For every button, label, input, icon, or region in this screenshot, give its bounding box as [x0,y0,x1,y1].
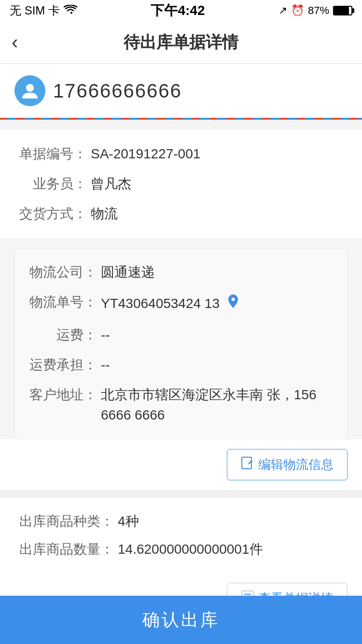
freight-label: 运费： [29,325,97,345]
salesman-value: 曾凡杰 [91,174,343,194]
delivery-value: 物流 [91,204,343,224]
freight-bearer-value: -- [101,355,333,375]
goods-types-value: 4种 [118,512,139,531]
logistics-tracking-value: YT43064053424 13 [101,292,333,315]
freight-row: 运费： -- [29,325,333,345]
status-time: 下午4:42 [151,1,205,20]
goods-types-row: 出库商品种类： 4种 [19,512,343,531]
confirm-btn-container: 确认出库 [0,596,362,644]
goods-quantity-row: 出库商品数量： 14.620000000000001件 [19,540,343,559]
address-label: 客户地址： [29,385,97,405]
svg-point-1 [232,298,235,301]
nav-bar: ‹ 待出库单据详情 [0,21,362,64]
order-no-row: 单据编号： SA-20191227-001 [19,144,343,164]
delivery-label: 交货方式： [19,204,87,224]
user-icon [20,81,40,100]
customer-phone: 17666666666 [53,80,182,102]
salesman-row: 业务员： 曾凡杰 [19,174,343,194]
status-left: 无 SIM 卡 [10,3,77,18]
logistics-company-value: 圆通速递 [101,262,333,282]
goods-quantity-label: 出库商品数量： [19,540,114,559]
customer-header: 17666666666 [0,64,362,120]
battery-icon [333,6,352,15]
logistics-company-label: 物流公司： [29,262,97,282]
edit-logistics-button[interactable]: 编辑物流信息 [227,449,348,480]
alarm-icon: ⏰ [291,4,304,17]
goods-types-label: 出库商品种类： [19,512,114,531]
wifi-icon [64,4,77,17]
freight-value: -- [101,325,333,345]
status-bar: 无 SIM 卡 下午4:42 ↗ ⏰ 87% [0,0,362,21]
logistics-card: 物流公司： 圆通速递 物流单号： YT43064053424 13 运费： --… [14,248,348,439]
edit-btn-row: 编辑物流信息 [0,439,362,490]
confirm-button[interactable]: 确认出库 [0,596,362,644]
customer-avatar [14,75,45,106]
freight-bearer-label: 运费承担： [29,355,97,375]
delivery-row: 交货方式： 物流 [19,204,343,224]
salesman-label: 业务员： [19,174,87,194]
section-divider [0,490,362,498]
svg-point-0 [26,84,34,92]
location-status-icon: ↗ [278,4,287,17]
order-no-value: SA-20191227-001 [91,144,343,164]
logistics-company-row: 物流公司： 圆通速递 [29,262,333,282]
status-right: ↗ ⏰ 87% [278,4,352,17]
edit-icon [241,456,254,473]
order-info-section: 单据编号： SA-20191227-001 业务员： 曾凡杰 交货方式： 物流 [0,129,362,238]
goods-section: 出库商品种类： 4种 出库商品数量： 14.620000000000001件 [0,498,362,573]
address-value: 北京市市辖区海淀区永丰南 张，156 6666 6666 [101,385,333,425]
page-title: 待出库单据详情 [124,31,238,54]
logistics-tracking-row: 物流单号： YT43064053424 13 [29,292,333,315]
content: 17666666666 单据编号： SA-20191227-001 业务员： 曾… [0,64,362,644]
logistics-tracking-label: 物流单号： [29,292,97,312]
carrier-label: 无 SIM 卡 [10,3,60,18]
edit-btn-label: 编辑物流信息 [258,456,334,473]
battery-percentage: 87% [308,4,329,17]
order-no-label: 单据编号： [19,144,87,164]
back-button[interactable]: ‹ [12,31,18,53]
tracking-location-icon[interactable] [225,292,241,315]
address-row: 客户地址： 北京市市辖区海淀区永丰南 张，156 6666 6666 [29,385,333,425]
freight-bearer-row: 运费承担： -- [29,355,333,375]
goods-quantity-value: 14.620000000000001件 [118,540,263,559]
